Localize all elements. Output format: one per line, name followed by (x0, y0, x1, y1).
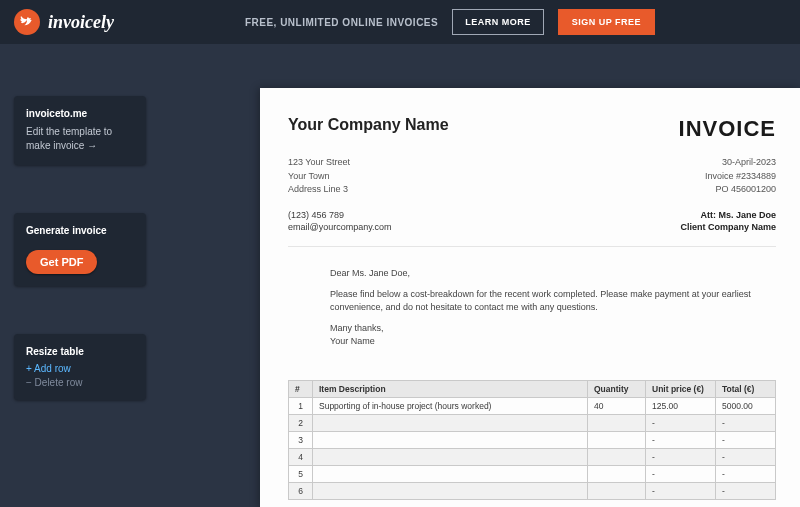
col-qty: Quantity (588, 380, 646, 397)
cell-desc[interactable] (313, 465, 588, 482)
client-att: Att: Ms. Jane Doe (680, 209, 776, 222)
table-row[interactable]: 5-- (289, 465, 776, 482)
invoice-paper[interactable]: Your Company Name INVOICE 123 Your Stree… (260, 88, 800, 507)
cell-qty[interactable] (588, 448, 646, 465)
col-desc: Item Description (313, 380, 588, 397)
cell-num[interactable]: 5 (289, 465, 313, 482)
client-company: Client Company Name (680, 221, 776, 234)
topbar: invoicely FREE, UNLIMITED ONLINE INVOICE… (0, 0, 800, 44)
table-row[interactable]: 4-- (289, 448, 776, 465)
sidebar: invoiceto.me Edit the template to make i… (0, 44, 160, 507)
cell-desc[interactable] (313, 431, 588, 448)
table-row[interactable]: 3-- (289, 431, 776, 448)
cell-desc[interactable]: Supporting of in-house project (hours wo… (313, 397, 588, 414)
delete-row-link[interactable]: − Delete row (26, 377, 134, 388)
panel-edit-title: invoiceto.me (26, 108, 134, 119)
signup-button[interactable]: SIGN UP FREE (558, 9, 655, 35)
panel-generate-title: Generate invoice (26, 225, 134, 236)
brand-logo[interactable]: invoicely (14, 9, 114, 35)
cell-qty[interactable] (588, 465, 646, 482)
cell-total[interactable]: - (716, 465, 776, 482)
address-line-3: Address Line 3 (288, 183, 350, 197)
panel-generate: Generate invoice Get PDF (14, 213, 146, 286)
cell-total[interactable]: - (716, 448, 776, 465)
cell-price[interactable]: - (646, 431, 716, 448)
col-total: Total (€) (716, 380, 776, 397)
cell-total[interactable]: 5000.00 (716, 397, 776, 414)
panel-edit-template: invoiceto.me Edit the template to make i… (14, 96, 146, 165)
cell-qty[interactable] (588, 431, 646, 448)
main: invoiceto.me Edit the template to make i… (0, 44, 800, 507)
company-email: email@yourcompany.com (288, 221, 392, 234)
cell-num[interactable]: 6 (289, 482, 313, 499)
col-price: Unit price (€) (646, 380, 716, 397)
cell-desc[interactable] (313, 482, 588, 499)
get-pdf-button[interactable]: Get PDF (26, 250, 97, 274)
table-row[interactable]: 1Supporting of in-house project (hours w… (289, 397, 776, 414)
cell-num[interactable]: 1 (289, 397, 313, 414)
invoice-contacts: (123) 456 789 email@yourcompany.com Att:… (288, 209, 776, 247)
cell-num[interactable]: 3 (289, 431, 313, 448)
table-row[interactable]: 6-- (289, 482, 776, 499)
panel-resize-title: Resize table (26, 346, 134, 357)
company-phone: (123) 456 789 (288, 209, 392, 222)
table-row[interactable]: 2-- (289, 414, 776, 431)
cell-price[interactable]: - (646, 482, 716, 499)
invoice-header: Your Company Name INVOICE (288, 116, 776, 142)
cell-num[interactable]: 4 (289, 448, 313, 465)
invoice-title: INVOICE (679, 116, 776, 142)
invoice-date: 30-April-2023 (705, 156, 776, 170)
tagline: FREE, UNLIMITED ONLINE INVOICES (245, 17, 438, 28)
cell-desc[interactable] (313, 448, 588, 465)
greeting: Dear Ms. Jane Doe, (330, 267, 754, 280)
learn-more-button[interactable]: LEARN MORE (452, 9, 544, 35)
cell-total[interactable]: - (716, 482, 776, 499)
cell-total[interactable]: - (716, 414, 776, 431)
cell-qty[interactable] (588, 482, 646, 499)
cell-qty[interactable] (588, 414, 646, 431)
cell-desc[interactable] (313, 414, 588, 431)
cell-price[interactable]: - (646, 465, 716, 482)
cell-num[interactable]: 2 (289, 414, 313, 431)
invoice-area: Your Company Name INVOICE 123 Your Stree… (160, 44, 800, 507)
signer-name: Your Name (330, 336, 375, 346)
address-line-2: Your Town (288, 170, 350, 184)
invoice-number: Invoice #2334889 (705, 170, 776, 184)
invoice-meta: 123 Your Street Your Town Address Line 3… (288, 156, 776, 197)
panel-edit-text[interactable]: Edit the template to make invoice → (26, 125, 134, 153)
cell-qty[interactable]: 40 (588, 397, 646, 414)
add-row-link[interactable]: + Add row (26, 363, 134, 374)
company-name[interactable]: Your Company Name (288, 116, 449, 142)
invoice-body[interactable]: Dear Ms. Jane Doe, Please find below a c… (288, 247, 776, 348)
invoice-po: PO 456001200 (705, 183, 776, 197)
cell-total[interactable]: - (716, 431, 776, 448)
thanks-text: Many thanks, (330, 323, 384, 333)
thanks-line: Many thanks, Your Name (330, 322, 754, 348)
invoice-meta-right[interactable]: 30-April-2023 Invoice #2334889 PO 456001… (705, 156, 776, 197)
brand-text: invoicely (48, 12, 114, 33)
cell-price[interactable]: 125.00 (646, 397, 716, 414)
company-address[interactable]: 123 Your Street Your Town Address Line 3 (288, 156, 350, 197)
table-header-row: # Item Description Quantity Unit price (… (289, 380, 776, 397)
body-text: Please find below a cost-breakdown for t… (330, 288, 754, 314)
panel-resize: Resize table + Add row − Delete row (14, 334, 146, 400)
bird-icon (14, 9, 40, 35)
company-contact[interactable]: (123) 456 789 email@yourcompany.com (288, 209, 392, 234)
cell-price[interactable]: - (646, 414, 716, 431)
invoice-table[interactable]: # Item Description Quantity Unit price (… (288, 380, 776, 500)
cell-price[interactable]: - (646, 448, 716, 465)
topbar-center: FREE, UNLIMITED ONLINE INVOICES LEARN MO… (114, 9, 786, 35)
col-num: # (289, 380, 313, 397)
client-block[interactable]: Att: Ms. Jane Doe Client Company Name (680, 209, 776, 234)
address-line-1: 123 Your Street (288, 156, 350, 170)
